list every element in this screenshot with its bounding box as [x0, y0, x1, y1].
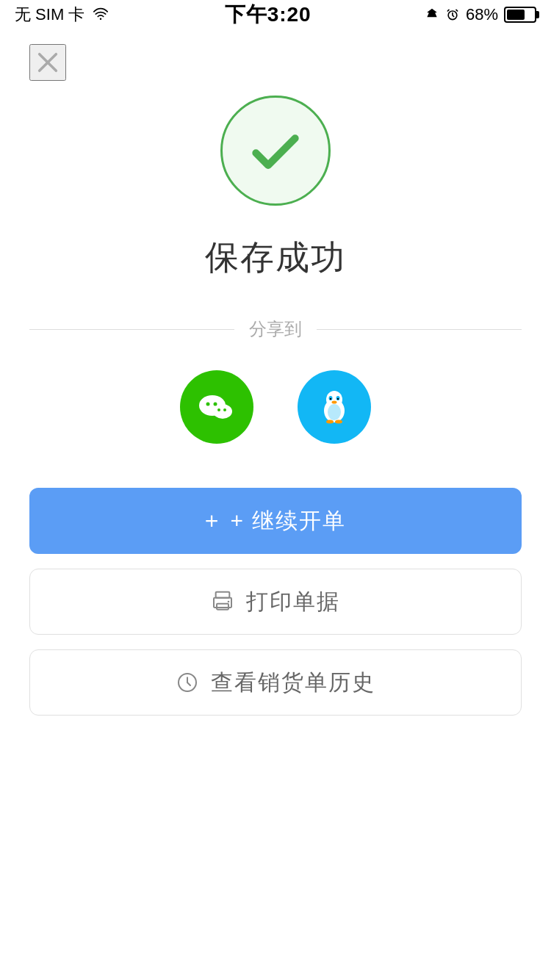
share-label: 分享到 — [249, 317, 302, 341]
share-divider: 分享到 — [29, 317, 522, 341]
wechat-icon — [195, 385, 239, 429]
wifi-icon — [90, 7, 111, 22]
clock-icon — [176, 671, 199, 694]
history-button[interactable]: 查看销货单历史 — [29, 649, 522, 716]
continue-button[interactable]: + + 继续开单 — [29, 488, 522, 554]
svg-point-17 — [328, 404, 341, 420]
buttons-section: + + 继续开单 打印单据 查看销货单历史 — [29, 488, 522, 716]
svg-point-8 — [217, 408, 220, 411]
svg-point-0 — [100, 18, 102, 21]
share-icons — [180, 370, 371, 444]
checkmark-icon — [246, 121, 305, 180]
battery-fill — [507, 10, 525, 20]
status-right: 68% — [425, 5, 536, 24]
qq-share-button[interactable] — [298, 370, 371, 444]
divider-left — [29, 329, 234, 330]
battery-percent: 68% — [466, 5, 498, 24]
svg-point-5 — [213, 404, 232, 419]
svg-point-14 — [330, 398, 331, 400]
close-icon — [35, 50, 60, 75]
no-sim-label: 无 SIM 卡 — [15, 4, 84, 26]
divider-right — [317, 329, 522, 330]
svg-point-23 — [228, 601, 230, 603]
svg-point-16 — [332, 401, 337, 404]
qq-icon — [312, 385, 356, 429]
svg-point-18 — [326, 420, 334, 424]
battery-icon — [504, 7, 536, 23]
svg-point-6 — [206, 403, 210, 406]
alarm-icon — [445, 7, 460, 22]
share-section: 分享到 — [29, 317, 522, 444]
print-label: 打印单据 — [246, 587, 340, 617]
svg-rect-22 — [217, 604, 228, 610]
battery-block — [504, 7, 536, 23]
location-icon — [425, 7, 439, 22]
close-button[interactable] — [29, 44, 66, 81]
status-time: 下午3:20 — [225, 1, 311, 29]
history-label: 查看销货单历史 — [211, 668, 375, 698]
success-section: 保存成功 — [29, 96, 522, 281]
svg-rect-20 — [216, 592, 230, 598]
status-left: 无 SIM 卡 — [15, 4, 111, 26]
status-bar: 无 SIM 卡 下午3:20 68% — [0, 0, 551, 29]
continue-label: + 继续开单 — [230, 506, 346, 536]
printer-icon — [211, 590, 234, 613]
svg-point-19 — [335, 420, 342, 424]
svg-point-15 — [337, 398, 339, 400]
print-button[interactable]: 打印单据 — [29, 569, 522, 635]
main-content: 保存成功 分享到 — [0, 29, 551, 980]
success-title: 保存成功 — [205, 235, 346, 281]
svg-point-7 — [214, 403, 217, 406]
svg-point-9 — [223, 408, 226, 411]
plus-icon: + — [205, 508, 219, 535]
wechat-share-button[interactable] — [180, 370, 253, 444]
success-circle — [220, 96, 331, 206]
